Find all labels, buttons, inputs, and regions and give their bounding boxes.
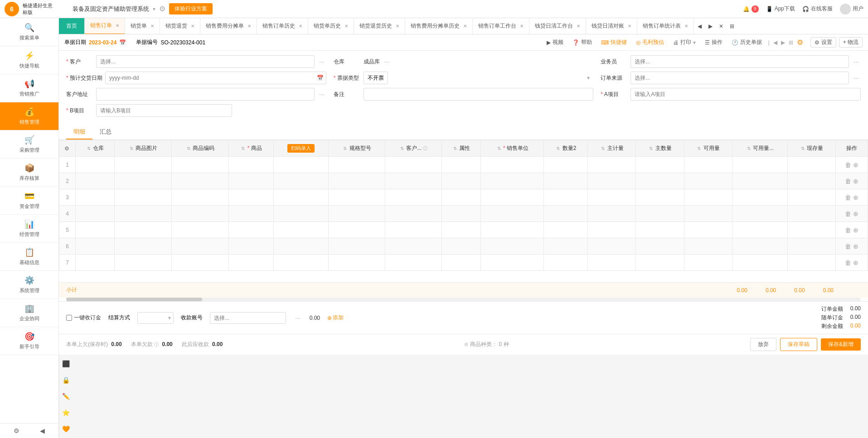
sidebar-item-guide[interactable]: 🎯 新手引导 — [0, 327, 58, 355]
row-3-product[interactable] — [228, 189, 273, 206]
row-1-product[interactable] — [228, 157, 273, 173]
tab-close-cash-daily-reconcile[interactable]: ✕ — [628, 24, 631, 29]
sidebar-item-base-info[interactable]: 📋 基础信息 — [0, 243, 58, 271]
scan-input-button[interactable]: 扫码录入 — [287, 144, 315, 153]
tab-sales-order-workbench[interactable]: 销售订单工作台 ✕ — [473, 18, 529, 34]
row-6-available[interactable] — [684, 238, 732, 255]
customer-more-btn[interactable]: ··· — [317, 58, 326, 65]
row-7-spec[interactable] — [328, 255, 385, 271]
row-1-copy-btn[interactable]: ⊕ — [853, 161, 858, 168]
row-2-current-stock[interactable] — [788, 173, 836, 189]
row-3-product-img[interactable] — [115, 189, 172, 206]
row-5-product-img[interactable] — [115, 222, 172, 238]
row-6-attributes[interactable] — [442, 238, 481, 255]
help-btn[interactable]: ❓ 帮助 — [570, 38, 595, 47]
scroll-thumb[interactable] — [66, 298, 202, 301]
row-3-product-code[interactable] — [172, 189, 229, 206]
current-discount-info-icon[interactable]: ⓘ — [154, 342, 159, 347]
row-1-qty2[interactable] — [544, 157, 588, 173]
nav-next-doc[interactable]: ▶ — [781, 39, 785, 46]
row-4-current-stock[interactable] — [788, 206, 836, 222]
tab-close-cash-daily-workbench[interactable]: ✕ — [577, 24, 580, 29]
address-input[interactable] — [96, 88, 315, 101]
row-4-attributes[interactable] — [442, 206, 481, 222]
row-2-qty2[interactable] — [544, 173, 588, 189]
print-btn[interactable]: 🖨 打印 ▾ — [670, 38, 698, 47]
tab-close-sales-fee-history[interactable]: ✕ — [463, 24, 467, 29]
view-btn[interactable]: ▶ 视频 — [544, 38, 566, 47]
row-1-delete-btn[interactable]: 🗑 — [845, 161, 851, 168]
tab-close-sales-summary[interactable]: ✕ — [684, 24, 688, 29]
tab-cash-daily-workbench[interactable]: 钱贷日清工作台 ✕ — [529, 18, 586, 34]
one-click-checkbox-input[interactable] — [66, 315, 72, 321]
row-1-warehouse[interactable] — [76, 157, 115, 173]
right-panel-icon-3[interactable]: ✏️ — [61, 391, 72, 402]
shortcut-btn[interactable]: ⌨ 快捷键 — [598, 38, 630, 47]
customer-input[interactable] — [96, 55, 315, 68]
right-panel-icon-5[interactable]: 🧡 — [61, 424, 72, 434]
tab-sales-return[interactable]: 销货单 ✕ — [125, 18, 160, 34]
row-1-customer-ref[interactable] — [385, 157, 442, 173]
user-item[interactable]: 用户 — [840, 4, 863, 14]
tab-close-sales-fee-split[interactable]: ✕ — [247, 24, 251, 29]
row-4-product-code[interactable] — [172, 206, 229, 222]
row-7-warehouse[interactable] — [76, 255, 115, 271]
row-5-available[interactable] — [684, 222, 732, 238]
row-4-customer-ref[interactable] — [385, 206, 442, 222]
row-6-customer-ref[interactable] — [385, 238, 442, 255]
save-draft-button[interactable]: 保存草稿 — [780, 338, 817, 351]
tab-close-sales-order-workbench[interactable]: ✕ — [520, 24, 524, 29]
row-4-scan[interactable] — [274, 206, 328, 222]
tab-close-sales-order[interactable]: ✕ — [116, 23, 119, 28]
row-6-sales-unit[interactable] — [481, 238, 544, 255]
row-4-copy-btn[interactable]: ⊕ — [853, 210, 858, 217]
row-7-qty2[interactable] — [544, 255, 588, 271]
row-2-product[interactable] — [228, 173, 273, 189]
row-4-warehouse[interactable] — [76, 206, 115, 222]
row-5-attributes[interactable] — [442, 222, 481, 238]
row-4-delete-btn[interactable]: 🗑 — [845, 210, 851, 217]
row-2-product-img[interactable] — [115, 173, 172, 189]
row-6-qty2[interactable] — [544, 238, 588, 255]
account-input[interactable] — [210, 312, 286, 324]
row-6-main-unit[interactable] — [588, 238, 636, 255]
row-5-main-qty[interactable] — [636, 222, 684, 238]
payment-method-select[interactable] — [137, 312, 174, 324]
row-7-available[interactable] — [684, 255, 732, 271]
row-4-product[interactable] — [228, 206, 273, 222]
row-2-delete-btn[interactable]: 🗑 — [845, 178, 851, 185]
row-1-spec[interactable] — [328, 157, 385, 173]
address-more-btn[interactable]: ··· — [317, 91, 326, 98]
remarks-input[interactable] — [364, 88, 594, 101]
system-dropdown-icon[interactable]: ▾ — [153, 6, 155, 12]
row-5-product-code[interactable] — [172, 222, 229, 238]
row-2-copy-btn[interactable]: ⊕ — [853, 178, 858, 185]
online-support-item[interactable]: 🎧 在线客服 — [802, 5, 833, 13]
right-panel-icon-2[interactable]: 🔒 — [61, 375, 72, 385]
sidebar-item-quick-nav[interactable]: ⚡ 快捷导航 — [0, 46, 58, 74]
staff-input[interactable] — [630, 55, 849, 68]
row-1-product-img[interactable] — [115, 157, 172, 173]
row-6-warehouse[interactable] — [76, 238, 115, 255]
history-btn[interactable]: 🕐 历史单据 — [729, 38, 765, 47]
row-5-product[interactable] — [228, 222, 273, 238]
row-5-copy-btn[interactable]: ⊕ — [853, 226, 858, 234]
row-7-sales-unit[interactable] — [481, 255, 544, 271]
row-6-spec[interactable] — [328, 238, 385, 255]
row-4-available[interactable] — [684, 206, 732, 222]
settings-top-btn[interactable]: ⚙ — [797, 38, 803, 47]
row-7-scan[interactable] — [274, 255, 328, 271]
tab-sales-refund[interactable]: 销货退货 ✕ — [160, 18, 200, 34]
tab-home[interactable]: 首页 — [59, 18, 85, 34]
row-5-warehouse[interactable] — [76, 222, 115, 238]
tab-sales-summary[interactable]: 销售订单统计表 ✕ — [637, 18, 694, 34]
account-more-btn[interactable]: ··· — [293, 314, 302, 322]
sidebar-item-enterprise[interactable]: 🏢 企业协同 — [0, 299, 58, 327]
row-7-product[interactable] — [228, 255, 273, 271]
row-3-available2[interactable] — [732, 189, 788, 206]
row-7-available2[interactable] — [732, 255, 788, 271]
row-7-current-stock[interactable] — [788, 255, 836, 271]
sidebar-item-sales[interactable]: 💰 销售管理 — [0, 102, 58, 130]
row-7-delete-btn[interactable]: 🗑 — [845, 259, 851, 266]
row-2-attributes[interactable] — [442, 173, 481, 189]
